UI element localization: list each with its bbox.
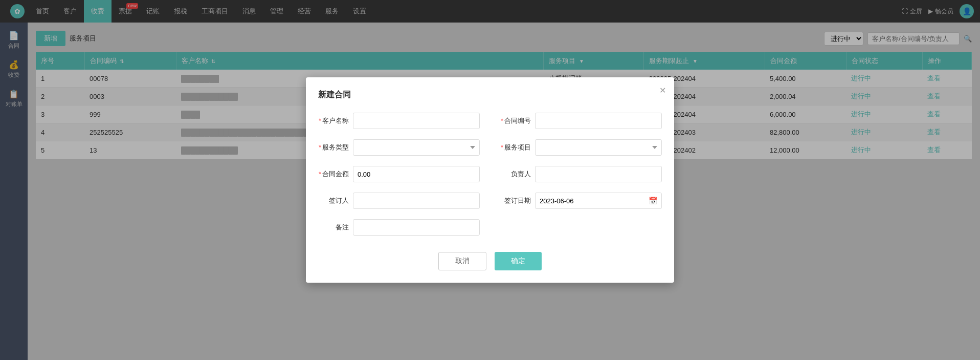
cancel-button[interactable]: 取消 bbox=[438, 252, 486, 270]
signer-group: 签订人 bbox=[318, 193, 480, 209]
customer-name-group: 客户名称 bbox=[318, 113, 480, 129]
sign-date-group: 签订日期 📅 bbox=[500, 193, 662, 209]
form-row-4: 签订人 签订日期 📅 bbox=[318, 193, 662, 209]
contract-amount-group: 合同金额 bbox=[318, 166, 480, 182]
remarks-spacer bbox=[500, 219, 662, 236]
remarks-input[interactable] bbox=[353, 219, 480, 236]
form-row-5: 备注 bbox=[318, 219, 662, 236]
contract-number-group: 合同编号 bbox=[500, 113, 662, 129]
responsible-label: 负责人 bbox=[500, 170, 531, 179]
confirm-button[interactable]: 确定 bbox=[495, 252, 542, 270]
sign-date-wrapper: 📅 bbox=[535, 193, 662, 209]
service-item-group: 服务项目 bbox=[500, 139, 662, 156]
contract-number-input[interactable] bbox=[535, 113, 662, 129]
remarks-label: 备注 bbox=[318, 223, 349, 232]
service-type-label: 服务类型 bbox=[318, 143, 349, 152]
modal-close-button[interactable]: ✕ bbox=[659, 86, 666, 95]
form-row-1: 客户名称 合同编号 bbox=[318, 113, 662, 129]
responsible-input[interactable] bbox=[535, 166, 662, 182]
service-item-label: 服务项目 bbox=[500, 143, 531, 152]
contract-amount-input[interactable] bbox=[353, 166, 480, 182]
remarks-group: 备注 bbox=[318, 219, 480, 236]
customer-name-label: 客户名称 bbox=[318, 116, 349, 125]
signer-label: 签订人 bbox=[318, 196, 349, 205]
signer-input[interactable] bbox=[353, 193, 480, 209]
modal-footer: 取消 确定 bbox=[318, 252, 662, 270]
sign-date-label: 签订日期 bbox=[500, 196, 531, 205]
contract-amount-label: 合同金额 bbox=[318, 170, 349, 179]
sign-date-input[interactable] bbox=[536, 194, 644, 208]
responsible-group: 负责人 bbox=[500, 166, 662, 182]
form-row-3: 合同金额 负责人 bbox=[318, 166, 662, 182]
modal-title: 新建合同 bbox=[318, 90, 662, 100]
service-item-select[interactable] bbox=[535, 139, 662, 156]
customer-name-input[interactable] bbox=[353, 113, 480, 129]
service-type-select[interactable] bbox=[353, 139, 480, 156]
new-contract-modal: 新建合同 ✕ 客户名称 合同编号 服务类型 服务项目 bbox=[306, 77, 674, 283]
service-type-group: 服务类型 bbox=[318, 139, 480, 156]
modal-overlay: 新建合同 ✕ 客户名称 合同编号 服务类型 服务项目 bbox=[0, 0, 980, 360]
calendar-icon[interactable]: 📅 bbox=[644, 197, 661, 205]
form-row-2: 服务类型 服务项目 bbox=[318, 139, 662, 156]
contract-number-label: 合同编号 bbox=[500, 116, 531, 125]
